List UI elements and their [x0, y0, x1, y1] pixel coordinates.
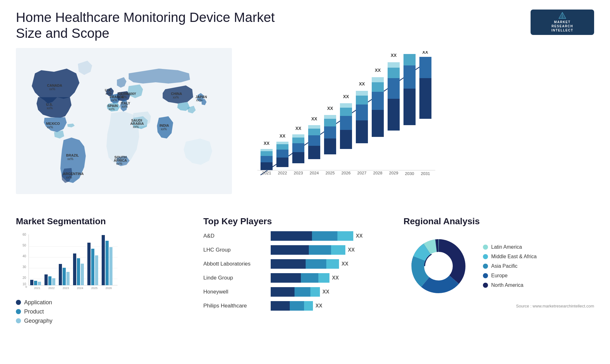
legend-item-asiapac: Asia Pacific [483, 263, 537, 269]
svg-rect-82 [372, 82, 384, 92]
svg-text:XX: XX [280, 133, 286, 138]
donut-container: Latin America Middle East & Africa Asia … [403, 231, 594, 301]
player-name: Philips Healthcare [203, 303, 267, 309]
svg-text:INDIA: INDIA [159, 124, 169, 127]
legend-dot-application [16, 300, 21, 305]
svg-text:U.S.: U.S. [46, 103, 53, 106]
svg-rect-131 [91, 249, 94, 285]
donut-chart [403, 231, 473, 301]
player-bar [271, 245, 345, 255]
svg-rect-122 [59, 264, 62, 285]
svg-rect-40 [261, 151, 273, 156]
svg-rect-77 [356, 91, 368, 96]
world-map-svg: CANADA xx% U.S. xx% MEXICO xx% BRAZIL xx… [16, 48, 232, 194]
page-title: Home Healthcare Monitoring Device Market… [16, 10, 302, 42]
segmentation-chart: 60 50 40 30 20 10 2021 [16, 231, 127, 295]
svg-rect-97 [419, 78, 431, 119]
players-section: Top Key Players A&D XX [203, 216, 394, 324]
svg-text:XX: XX [311, 116, 317, 121]
player-row: A&D XX [203, 231, 394, 241]
svg-text:xx%: xx% [173, 96, 179, 99]
logo: MARKET RESEARCH INTELLECT [531, 10, 594, 35]
bar-segment-dark [271, 259, 306, 269]
player-bar [271, 259, 339, 269]
svg-text:CANADA: CANADA [47, 84, 62, 87]
player-row: Philips Healthcare XX [203, 301, 394, 311]
svg-text:xx%: xx% [116, 162, 122, 165]
svg-text:XX: XX [359, 81, 365, 86]
bar-segment-light [318, 273, 329, 283]
main-content: CANADA xx% U.S. xx% MEXICO xx% BRAZIL xx… [16, 48, 594, 324]
svg-text:xx%: xx% [47, 125, 53, 129]
svg-rect-119 [48, 276, 51, 285]
player-name: LHC Group [203, 247, 267, 253]
regional-section: Regional Analysis [403, 216, 594, 324]
svg-text:2029: 2029 [389, 171, 398, 175]
svg-rect-134 [102, 235, 105, 285]
source-text: Source : www.marketresearchintellect.com [403, 304, 594, 308]
segmentation-title: Market Segmentation [16, 216, 194, 226]
svg-rect-132 [95, 255, 98, 285]
svg-text:XX: XX [264, 141, 270, 146]
bar-segment-dark [271, 287, 295, 297]
svg-text:xx%: xx% [47, 106, 53, 110]
svg-rect-83 [372, 77, 384, 82]
svg-rect-38 [261, 162, 273, 170]
svg-text:XX: XX [295, 126, 302, 131]
player-value: XX [322, 289, 329, 295]
logo-text: MARKET RESEARCH INTELLECT [552, 20, 573, 32]
legend-label: Asia Pacific [491, 263, 518, 269]
legend-item-europe: Europe [483, 273, 537, 279]
players-list: A&D XX LHC Group [203, 231, 394, 311]
map-section: CANADA xx% U.S. xx% MEXICO xx% BRAZIL xx… [16, 48, 232, 207]
bar-segment-dark [271, 245, 309, 255]
legend-dot-product [16, 309, 21, 314]
legend-label: Middle East & Africa [491, 254, 537, 260]
svg-text:xx%: xx% [161, 127, 167, 131]
svg-rect-70 [340, 108, 352, 116]
legend-dot-europe [483, 273, 488, 278]
svg-text:2025: 2025 [326, 171, 335, 175]
svg-rect-120 [52, 278, 55, 285]
svg-rect-74 [356, 120, 368, 143]
svg-text:2025: 2025 [91, 286, 98, 290]
bar-segment-mid [301, 273, 318, 283]
svg-rect-62 [324, 138, 336, 154]
legend-item-latin: Latin America [483, 244, 537, 250]
bar-segment-dark [271, 273, 301, 283]
main-bar-chart-svg: XX 2021 XX 2022 XX 2023 [251, 51, 435, 197]
svg-text:2024: 2024 [77, 286, 83, 290]
regional-legend: Latin America Middle East & Africa Asia … [483, 244, 537, 288]
player-bar [271, 231, 353, 241]
svg-rect-53 [292, 134, 304, 138]
svg-text:2024: 2024 [310, 171, 319, 175]
svg-text:XX: XX [391, 53, 397, 58]
legend-label: Europe [491, 273, 508, 279]
svg-rect-39 [261, 156, 273, 162]
player-name: A&D [203, 233, 267, 239]
world-map: CANADA xx% U.S. xx% MEXICO xx% BRAZIL xx… [16, 48, 232, 194]
svg-rect-41 [261, 149, 273, 151]
svg-rect-126 [73, 253, 76, 285]
svg-text:MEXICO: MEXICO [46, 122, 60, 125]
player-bar-container: XX [271, 287, 329, 297]
svg-text:ARGENTINA: ARGENTINA [63, 172, 84, 176]
svg-rect-56 [308, 146, 320, 159]
svg-text:40: 40 [23, 254, 26, 258]
bar-segment-dark [271, 301, 290, 311]
svg-text:xx%: xx% [121, 95, 127, 99]
bar-segment-mid [306, 259, 326, 269]
svg-rect-57 [308, 135, 320, 146]
svg-rect-80 [372, 110, 384, 137]
player-bar [271, 301, 313, 311]
svg-text:xx%: xx% [196, 98, 202, 102]
svg-text:2026: 2026 [342, 171, 351, 175]
player-value: XX [342, 261, 348, 267]
svg-rect-69 [340, 116, 352, 130]
bar-chart-section: XX 2021 XX 2022 XX 2023 [238, 48, 594, 207]
bar-segment-light [304, 301, 313, 311]
legend-item-geography: Geography [16, 318, 194, 324]
svg-rect-63 [324, 126, 336, 138]
svg-rect-45 [276, 150, 288, 158]
svg-text:2021: 2021 [262, 171, 271, 175]
